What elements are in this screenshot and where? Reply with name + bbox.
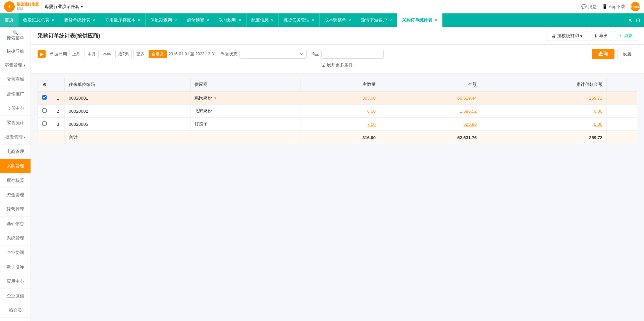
row-paid-amount[interactable]: 0.00 (481, 118, 607, 131)
row-quantity[interactable]: 7.00 (301, 118, 380, 131)
row-checkbox[interactable] (38, 105, 51, 118)
col-extra (607, 78, 637, 92)
col-settings[interactable]: ⚙ (38, 78, 51, 92)
refresh-button[interactable]: ↻ 刷新 (615, 31, 637, 41)
sidebar-item-changhuyuan[interactable]: 畅会员 (0, 303, 31, 318)
sidebar-item-kucunhesuan[interactable]: 库存核算 (0, 173, 31, 188)
sidebar-item-xitongguanli[interactable]: 系统管理 (0, 231, 31, 246)
tab-keyoliangkucunzhangben[interactable]: 可用量库存账本 ✕ (100, 13, 146, 27)
message-button[interactable]: 💬 消息 (581, 4, 597, 10)
sidebar-item-huiyuanzhongxin[interactable]: 会员中心 (0, 101, 31, 116)
sidebar-item-lingshouguan[interactable]: 零售管理 ▲ (0, 58, 31, 72)
goods-input[interactable] (321, 50, 384, 59)
export-button[interactable]: ⬇ 导出 (590, 31, 612, 41)
tab-yaohuodantongjibiao[interactable]: 要货单统计表 ✕ (59, 13, 100, 27)
table-row[interactable]: 3 00020005 好孩子 7.00 525.80 0.00 (38, 118, 637, 131)
row-checkbox-input[interactable] (42, 95, 47, 100)
col-supplier: 供应商 (190, 78, 301, 92)
row-paid-amount[interactable]: 259.72 (481, 91, 607, 105)
sidebar-quicknav[interactable]: 快捷导航 (0, 45, 31, 58)
close-icon[interactable]: ✕ (138, 18, 141, 22)
row-quantity[interactable]: 6.00 (301, 105, 380, 118)
close-icon[interactable]: ✕ (51, 18, 54, 22)
close-icon[interactable]: ✕ (206, 18, 209, 22)
sidebar-item-qiyexietong[interactable]: 企业协同 (0, 246, 31, 260)
filter-area: ▶ 单据日期 上月 本月 本年 近7天 更多 自定义 2016-01-01 至 … (31, 45, 644, 74)
sidebar-item-jingguangli[interactable]: 经营管理 (0, 202, 31, 217)
app-download-button[interactable]: 📱 App下载 (602, 4, 625, 10)
row-amount[interactable]: 1,586.52 (380, 105, 481, 118)
col-code: 往来单位编码 (65, 78, 191, 92)
date-btn-more[interactable]: 更多 (133, 50, 147, 58)
tab-baobaoqixianchaxun[interactable]: 保质期查询 ✕ (146, 13, 182, 27)
tab-chengbentiaozhen[interactable]: 成本调整单 ✕ (320, 13, 356, 27)
close-icon[interactable]: ✕ (434, 18, 437, 22)
row-checkbox[interactable] (38, 118, 51, 131)
row-checkbox-input[interactable] (42, 121, 47, 126)
status-select[interactable] (239, 50, 307, 59)
filter-settings-button[interactable]: 设置 (617, 49, 637, 59)
avatar[interactable]: demo2 (631, 2, 640, 11)
expand-more-button[interactable]: ⊻ 展开更多条件 (322, 62, 353, 68)
chevron-down-icon: ▾ (214, 96, 216, 100)
close-icon[interactable]: ✕ (174, 18, 177, 22)
date-btn-7days[interactable]: 近7天 (115, 50, 132, 58)
date-btn-custom[interactable]: 自定义 (149, 50, 167, 58)
row-amount[interactable]: 525.80 (380, 118, 481, 131)
close-window-icon[interactable]: ✕ (627, 16, 634, 25)
table-row[interactable]: 2 00020002 飞鹤奶粉 6.00 1,586.52 0.00 (38, 105, 637, 118)
row-extra (607, 105, 637, 118)
close-icon[interactable]: ✕ (389, 18, 392, 22)
close-icon[interactable]: ✕ (92, 18, 95, 22)
sidebar-search[interactable]: 🔍 搜索菜单 (0, 27, 31, 45)
date-btn-this-year[interactable]: 本年 (100, 50, 114, 58)
sidebar-item-dianguanli[interactable]: 电商管理 (0, 145, 31, 159)
row-checkbox-input[interactable] (42, 108, 47, 113)
sidebar-item-xinshoudaoru[interactable]: 新手引导 (0, 260, 31, 274)
tab-peizixinxi[interactable]: 配置信息 ✕ (247, 13, 279, 27)
sidebar: 🔍 搜索菜单 快捷导航 零售管理 ▲ 零售商城 营销推广 会员中心 零售统计 批… (0, 27, 31, 321)
sidebar-item-qiyeweixin[interactable]: 企业微信 (0, 289, 31, 303)
close-icon[interactable]: ✕ (271, 18, 274, 22)
close-icon[interactable]: ✕ (348, 18, 351, 22)
tab-chaochuyujing[interactable]: 超储预警 ✕ (182, 13, 214, 27)
sidebar-item-zijinguanli[interactable]: 资金管理 (0, 188, 31, 202)
print-button[interactable]: 🖨 按模板打印 ▾ (547, 31, 587, 41)
sidebar-item-jichuxinxi[interactable]: 基础信息 (0, 217, 31, 231)
row-amount[interactable]: 60,519.44 (380, 91, 481, 105)
table-row[interactable]: 1 00020001 惠氏奶粉 ▾ 303.00 60,519.44 259.7… (38, 91, 637, 105)
tab-shoufahuizongshibiao[interactable]: 收发汇总总表 ✕ (18, 13, 59, 27)
row-code: 00020005 (65, 118, 191, 131)
sidebar-item-yingyongzhongxin[interactable]: 应用中心 (0, 274, 31, 289)
row-paid-amount[interactable]: 0.00 (481, 105, 607, 118)
settings-icon[interactable]: ⚙ (43, 82, 47, 87)
sidebar-item-pifaguanli[interactable]: 批发管理 ▾ (0, 130, 31, 145)
row-index: 2 (51, 105, 65, 118)
date-btn-last-month[interactable]: 上月 (69, 50, 83, 58)
tab-caigoutongjibiao[interactable]: 采购订单统计表 ✕ (397, 13, 442, 27)
query-button[interactable]: 查询 (592, 49, 614, 59)
sidebar-item-caigouguanli[interactable]: 采购管理 (0, 159, 31, 173)
workspace-selector[interactable]: 母婴行业演示账套 ▾ (42, 2, 86, 11)
tab-home[interactable]: 首页 (0, 13, 18, 27)
close-icon[interactable]: ✕ (238, 18, 241, 22)
tab-peihuorenwuguanli[interactable]: 拣货任务管理 ✕ (279, 13, 320, 27)
sidebar-item-lingshougshangcheng[interactable]: 零售商城 (0, 72, 31, 87)
tab-home-label: 首页 (5, 17, 13, 23)
col-index (51, 78, 65, 92)
more-options-icon[interactable]: ··· (386, 51, 390, 57)
sidebar-item-lingshoutongji[interactable]: 零售统计 (0, 116, 31, 130)
filter-toggle-button[interactable]: ▶ (38, 50, 46, 58)
close-icon[interactable]: ✕ (312, 18, 315, 22)
footer-quantity: 316.00 (301, 131, 380, 144)
row-checkbox[interactable] (38, 91, 51, 105)
expand-window-icon[interactable]: ⊡ (634, 16, 641, 25)
date-btn-this-month[interactable]: 本月 (85, 50, 99, 58)
table-header-row: ⚙ 往来单位编码 供应商 主数量 金额 累计付款金额 (38, 78, 637, 92)
tab-yaoqingxialyoukehudian[interactable]: 邀请下游客户 ✕ (356, 13, 397, 27)
header-actions: 🖨 按模板打印 ▾ ⬇ 导出 ↻ 刷新 (547, 31, 637, 41)
row-quantity[interactable]: 303.00 (301, 91, 380, 105)
nav-right-buttons: ✕ ⊡ (627, 16, 644, 25)
tab-gongnengshuo[interactable]: 功能说明 ✕ (214, 13, 247, 27)
sidebar-item-yingxiaotuiguang[interactable]: 营销推广 (0, 87, 31, 101)
